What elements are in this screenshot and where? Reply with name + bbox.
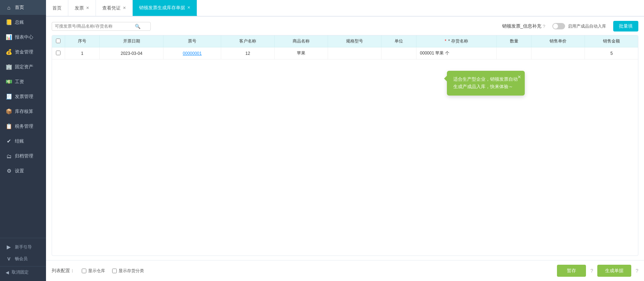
row-ticket[interactable]: 00000001 [163, 47, 221, 59]
row-checkbox [52, 47, 65, 59]
col-checkbox [52, 35, 65, 47]
sidebar-item-label: 工资 [15, 79, 24, 85]
sidebar-item-home[interactable]: ⌂ 首页 [0, 0, 46, 15]
row-date: 2023-03-04 [100, 47, 163, 59]
sidebar-item-label: 库存核算 [15, 108, 33, 115]
col-unit-price: 销售单价 [531, 35, 585, 47]
row-select-checkbox[interactable] [56, 51, 61, 55]
tab-bar: 首页 发票 ✕ 查看凭证 ✕ 销顿发票生成库存单据 ✕ [46, 0, 644, 17]
row-inventory[interactable]: 000001 苹果 个 [416, 47, 496, 59]
vip-icon: V [6, 256, 12, 262]
row-spec [328, 47, 381, 59]
sidebar-item-payroll[interactable]: 💵 工资 [0, 74, 46, 89]
checkout-icon: ✔ [6, 138, 12, 144]
sidebar-item-label: 固定资产 [15, 64, 33, 70]
sidebar-item-invoice-mgmt[interactable]: 🧾 发票管理 [0, 89, 46, 104]
search-box: 🔍 [52, 22, 151, 31]
cancel-fixed-button[interactable]: ◀ 取消固定 [0, 266, 46, 278]
tab-home[interactable]: 首页 [46, 0, 68, 16]
info-help-icon[interactable]: ? [543, 24, 545, 29]
sidebar-item-reports[interactable]: 📊 报表中心 [0, 30, 46, 45]
tab-sales-return-close[interactable]: ✕ [187, 5, 190, 10]
tab-voucher-close[interactable]: ✕ [123, 6, 126, 10]
bottom-bar: 列表配置： 显示仓库 显示存货分类 暂存 ? 生成单据 ? [46, 260, 644, 281]
tooltip-popup: ✕ 适合生产型企业，销顿发票自动生成产成品入库，快来体验～ [447, 71, 525, 96]
col-inventory: * * 存货名称 [416, 35, 496, 47]
invoice-mgmt-icon: 🧾 [6, 93, 12, 100]
config-label: 列表配置： [52, 268, 75, 274]
sidebar-item-label: 报表中心 [15, 34, 33, 40]
content-area: 🔍 销顿发票_信息补充 ? 启用产成品自动入库 批量填 [46, 17, 644, 260]
tab-home-label: 首页 [52, 5, 62, 11]
sidebar-item-ledger[interactable]: 📒 总账 [0, 15, 46, 30]
col-seq: 序号 [65, 35, 100, 47]
save-button[interactable]: 暂存 [557, 265, 586, 277]
table-row: 1 2023-03-04 00000001 12 苹果 000001 苹果 个 … [52, 47, 638, 59]
toggle-label: 启用产成品自动入库 [568, 23, 606, 29]
guide-icon: ▶ [6, 244, 12, 250]
search-icon: 🔍 [135, 24, 140, 29]
required-star: * [445, 39, 447, 44]
arrow-left-icon: ◀ [6, 270, 9, 275]
bottom-actions: 暂存 ? 生成单据 ? [557, 265, 638, 277]
sidebar-item-settings[interactable]: ⚙ 设置 [0, 164, 46, 178]
sidebar-item-label: 总账 [15, 19, 24, 25]
row-customer: 12 [221, 47, 275, 59]
toggle-section: 启用产成品自动入库 [552, 23, 606, 29]
show-category-input[interactable] [112, 269, 117, 273]
col-quantity: 数量 [496, 35, 531, 47]
sidebar-item-label: 首页 [15, 4, 24, 11]
reports-icon: 📊 [6, 34, 12, 40]
tab-invoice-label: 发票 [75, 5, 84, 11]
batch-fill-button[interactable]: 批量填 [613, 21, 638, 31]
sidebar-item-tax[interactable]: 📋 税务管理 [0, 119, 46, 134]
sidebar-item-inventory[interactable]: 📦 库存核算 [0, 104, 46, 119]
tooltip-close-button[interactable]: ✕ [517, 74, 521, 81]
row-amount: 5 [585, 47, 638, 59]
sidebar-item-funds[interactable]: 💰 资金管理 [0, 45, 46, 59]
auto-storage-toggle[interactable] [552, 23, 565, 29]
sidebar-item-label: 税务管理 [15, 123, 33, 130]
info-label: 销顿发票_信息补充 ? [502, 23, 545, 29]
tab-invoice-close[interactable]: ✕ [86, 6, 89, 10]
save-help-icon[interactable]: ? [590, 268, 593, 274]
sidebar-item-vip[interactable]: V 畅会员 [0, 253, 46, 265]
col-unit: 单位 [381, 35, 416, 47]
top-bar: 🔍 销顿发票_信息补充 ? 启用产成品自动入库 批量填 [52, 21, 638, 31]
col-amount: 销售金额 [585, 35, 638, 47]
table-header-row: 序号 开票日期 票号 客户名称 商品名称 规格型号 单位 * * 存货名称 数量… [52, 35, 638, 47]
archive-icon: 🗂 [6, 153, 12, 159]
show-category-label: 显示存货分类 [119, 268, 144, 274]
sidebar-item-fixed-assets[interactable]: 🏢 固定资产 [0, 59, 46, 74]
sidebar: ⌂ 首页 📒 总账 📊 报表中心 💰 资金管理 🏢 固定资产 💵 工资 🧾 发票… [0, 0, 46, 281]
row-quantity [496, 47, 531, 59]
show-warehouse-input[interactable] [82, 269, 86, 273]
ledger-icon: 📒 [6, 19, 12, 25]
sidebar-item-label: 新手引导 [15, 244, 32, 250]
tab-sales-return[interactable]: 销顿发票生成库存单据 ✕ [133, 0, 197, 16]
cancel-fixed-label: 取消固定 [12, 269, 29, 275]
select-all-checkbox[interactable] [56, 39, 61, 43]
sidebar-item-label: 结账 [15, 138, 24, 144]
sidebar-item-checkout[interactable]: ✔ 结账 [0, 134, 46, 149]
generate-help-icon[interactable]: ? [636, 268, 638, 274]
sidebar-item-guide[interactable]: ▶ 新手引导 [0, 241, 46, 253]
show-category-checkbox[interactable]: 显示存货分类 [112, 268, 144, 274]
tab-sales-return-label: 销顿发票生成库存单据 [139, 5, 185, 11]
sidebar-bottom: ▶ 新手引导 V 畅会员 ◀ 取消固定 [0, 238, 46, 281]
show-warehouse-checkbox[interactable]: 显示仓库 [82, 268, 105, 274]
tab-invoice[interactable]: 发票 ✕ [68, 0, 96, 16]
sidebar-item-archive[interactable]: 🗂 归档管理 [0, 149, 46, 164]
search-input[interactable] [55, 24, 133, 29]
tab-voucher[interactable]: 查看凭证 ✕ [96, 0, 133, 16]
funds-icon: 💰 [6, 49, 12, 55]
show-warehouse-label: 显示仓库 [88, 268, 105, 274]
row-seq: 1 [65, 47, 100, 59]
generate-button[interactable]: 生成单据 [597, 265, 631, 277]
ticket-link[interactable]: 00000001 [183, 51, 202, 56]
tax-icon: 📋 [6, 123, 12, 130]
sidebar-item-label: 归档管理 [15, 153, 33, 159]
home-icon: ⌂ [6, 5, 12, 11]
data-table: 序号 开票日期 票号 客户名称 商品名称 规格型号 单位 * * 存货名称 数量… [52, 35, 638, 59]
col-product: 商品名称 [275, 35, 328, 47]
